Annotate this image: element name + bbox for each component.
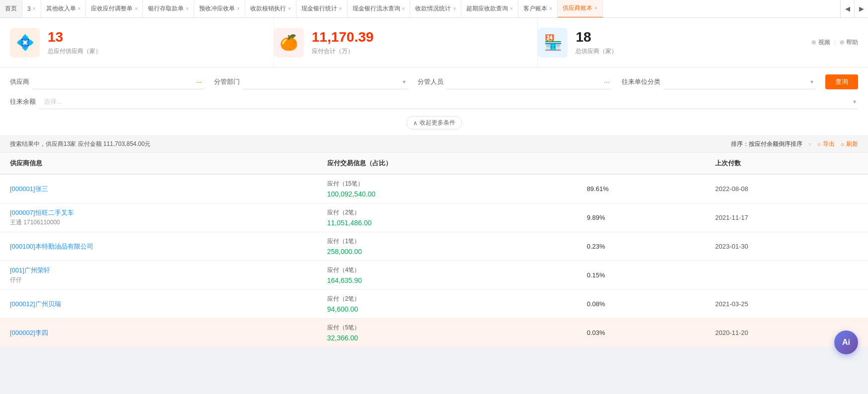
person-input[interactable] bbox=[448, 74, 604, 89]
refresh-button[interactable]: ○ 刷新 bbox=[841, 140, 858, 148]
close-tab-pre-receive[interactable]: × bbox=[237, 6, 240, 11]
last-payment-cell-0: 2022-08-08 bbox=[705, 174, 868, 203]
table-header: 供应商信息 应付交易信息（占比） 上次付数 bbox=[0, 153, 868, 174]
close-tab-cash-bank-flow[interactable]: × bbox=[402, 6, 405, 11]
supplier-dots-btn[interactable]: ··· bbox=[196, 78, 202, 86]
dept-label: 分管部门 bbox=[214, 77, 240, 86]
help-link[interactable]: ⊙ 帮助 bbox=[840, 38, 858, 47]
category-input[interactable] bbox=[665, 74, 811, 89]
nav-tab-other-income[interactable]: 其他收入单× bbox=[41, 0, 86, 18]
supplier-sub-3: 仔仔 bbox=[10, 276, 307, 284]
supplier-link-2[interactable]: [000100]本特勤油品有限公司 bbox=[10, 243, 93, 250]
supplier-link-0[interactable]: [000001]张三 bbox=[10, 185, 48, 193]
filter-row-1: 供应商 ··· 分管部门 ▾ 分管人员 ··· 往来单位分类 ▾ bbox=[10, 74, 858, 89]
close-tab-customer-ledger[interactable]: × bbox=[549, 6, 552, 11]
amount-link-2[interactable]: 258,000.00 bbox=[327, 248, 567, 256]
supplier-cell-5: [000002]李四 bbox=[0, 319, 317, 347]
category-input-wrapper: ▾ bbox=[663, 74, 816, 89]
nav-tab-supplier-ledger[interactable]: 供应商账本× bbox=[558, 0, 603, 18]
amount-link-4[interactable]: 94,600.00 bbox=[327, 305, 567, 313]
supplier-cell-3: [001]广州荣轩仔仔 bbox=[0, 261, 317, 290]
close-tab-other-income[interactable]: × bbox=[78, 6, 81, 11]
result-info: 搜索结果中，供应商13家 应付金额 111,703,854.00元 bbox=[10, 140, 150, 148]
supplier-link-4[interactable]: [000012]广州贝瑞 bbox=[10, 300, 61, 308]
category-filter: 往来单位分类 ▾ bbox=[622, 74, 816, 89]
nav-tab-tab3[interactable]: 3× bbox=[22, 0, 41, 18]
percentage-cell-2: 0.23% bbox=[577, 232, 706, 261]
nav-tab-bank-deposit[interactable]: 银行存取款单× bbox=[143, 0, 194, 18]
table-body: [000001]张三应付（15笔）100,092,540.0089.61%202… bbox=[0, 174, 868, 347]
nav-tab-collection-verify[interactable]: 收款核销执行× bbox=[245, 0, 296, 18]
summary-icon-1: 🍊 bbox=[274, 28, 304, 58]
amount-link-1[interactable]: 11,051,486.00 bbox=[327, 219, 567, 227]
dept-input-wrapper: ▾ bbox=[243, 74, 408, 89]
transaction-cell-3: 应付（4笔）164,635.90 bbox=[317, 261, 577, 290]
nav-tab-cash-bank-flow[interactable]: 现金银行流水查询× bbox=[348, 0, 411, 18]
summary-text-2: 18总供应商（家） bbox=[576, 29, 617, 56]
supplier-link-3[interactable]: [001]广州荣轩 bbox=[10, 266, 50, 274]
last-payment-cell-3 bbox=[705, 261, 868, 290]
video-link[interactable]: ⊙ 视频 bbox=[811, 38, 830, 47]
col-percentage bbox=[577, 153, 706, 174]
tx-label-2: 应付（1笔） bbox=[327, 237, 567, 246]
close-tab-tab3[interactable]: × bbox=[33, 6, 36, 11]
amount-link-0[interactable]: 100,092,540.00 bbox=[327, 190, 567, 198]
close-tab-collection-stat[interactable]: × bbox=[453, 6, 456, 11]
close-tab-cash-bank-stat[interactable]: × bbox=[339, 6, 342, 11]
close-tab-overdue-ar[interactable]: × bbox=[510, 6, 513, 11]
balance-input[interactable] bbox=[41, 94, 853, 109]
tx-label-4: 应付（2笔） bbox=[327, 295, 567, 303]
transaction-cell-1: 应付（2笔）11,051,486.00 bbox=[317, 203, 577, 232]
tx-label-5: 应付（5笔） bbox=[327, 324, 567, 332]
result-actions: 排序：按应付余额倒序排序 ▾ ○ 导出 ○ 刷新 bbox=[731, 140, 859, 148]
balance-filter: 往来余额 ▾ bbox=[10, 94, 858, 109]
table-row: [000001]张三应付（15笔）100,092,540.0089.61%202… bbox=[0, 174, 868, 203]
supplier-input[interactable] bbox=[34, 74, 196, 89]
result-bar: 搜索结果中，供应商13家 应付金额 111,703,854.00元 排序：按应付… bbox=[0, 136, 868, 153]
transaction-cell-4: 应付（2笔）94,600.00 bbox=[317, 290, 577, 319]
table-row: [000007]恒旺二手叉车王通 17106110000应付（2笔）11,051… bbox=[0, 203, 868, 232]
collapse-button[interactable]: ∧ 收起更多条件 bbox=[407, 116, 462, 130]
percentage-cell-3: 0.15% bbox=[577, 261, 706, 290]
nav-tab-overdue-ar[interactable]: 超期应收款查询× bbox=[461, 0, 518, 18]
filter-row-2: 往来余额 ▾ bbox=[10, 94, 858, 109]
supplier-link-5[interactable]: [000002]李四 bbox=[10, 329, 48, 336]
nav-tab-customer-ledger[interactable]: 客户账本× bbox=[518, 0, 558, 18]
amount-link-5[interactable]: 32,366.00 bbox=[327, 334, 567, 342]
person-label: 分管人员 bbox=[418, 77, 443, 86]
percentage-cell-1: 9.89% bbox=[577, 203, 706, 232]
person-input-wrapper: ··· bbox=[446, 74, 612, 89]
amount-link-3[interactable]: 164,635.90 bbox=[327, 276, 567, 284]
dept-input[interactable] bbox=[245, 74, 403, 89]
dept-arrow-icon[interactable]: ▾ bbox=[403, 78, 406, 85]
person-dots-btn[interactable]: ··· bbox=[604, 78, 610, 86]
summary-number-1: 11,170.39 bbox=[312, 29, 374, 45]
top-navigation: 首页3×其他收入单×应收应付调整单×银行存取款单×预收冲应收单×收款核销执行×现… bbox=[0, 0, 868, 18]
nav-tab-ar-ap-adjust[interactable]: 应收应付调整单× bbox=[86, 0, 143, 18]
percentage-cell-5: 0.03% bbox=[577, 319, 706, 347]
nav-tab-collection-stat[interactable]: 收款情况统计× bbox=[410, 0, 461, 18]
nav-tab-pre-receive[interactable]: 预收冲应收单× bbox=[194, 0, 245, 18]
nav-tab-home[interactable]: 首页 bbox=[0, 0, 22, 18]
close-tab-collection-verify[interactable]: × bbox=[288, 6, 291, 11]
close-tab-supplier-ledger[interactable]: × bbox=[594, 5, 597, 11]
tx-label-0: 应付（15笔） bbox=[327, 180, 567, 188]
query-button[interactable]: 查询 bbox=[825, 74, 858, 89]
category-arrow-icon[interactable]: ▾ bbox=[810, 78, 813, 85]
close-tab-ar-ap-adjust[interactable]: × bbox=[135, 6, 138, 11]
balance-arrow-icon[interactable]: ▾ bbox=[853, 98, 856, 105]
nav-next-arrow[interactable]: ▶ bbox=[854, 0, 868, 18]
supplier-input-wrapper: ··· bbox=[32, 74, 204, 89]
summary-label-0: 总应付供应商（家） bbox=[48, 47, 101, 56]
nav-tab-cash-bank-stat[interactable]: 现金银行统计× bbox=[296, 0, 348, 18]
supplier-link-1[interactable]: [000007]恒旺二手叉车 bbox=[10, 209, 74, 216]
supplier-table: 供应商信息 应付交易信息（占比） 上次付数 [000001]张三应付（15笔）1… bbox=[0, 153, 868, 347]
supplier-filter: 供应商 ··· bbox=[10, 74, 204, 89]
export-label: 导出 bbox=[823, 140, 835, 148]
export-button[interactable]: ○ 导出 bbox=[817, 140, 835, 148]
close-tab-bank-deposit[interactable]: × bbox=[186, 6, 189, 11]
col-transaction-info: 应付交易信息（占比） bbox=[317, 153, 577, 174]
supplier-cell-1: [000007]恒旺二手叉车王通 17106110000 bbox=[0, 203, 317, 232]
nav-prev-arrow[interactable]: ◀ bbox=[840, 0, 854, 18]
sort-select[interactable]: 排序：按应付余额倒序排序 bbox=[731, 140, 802, 148]
